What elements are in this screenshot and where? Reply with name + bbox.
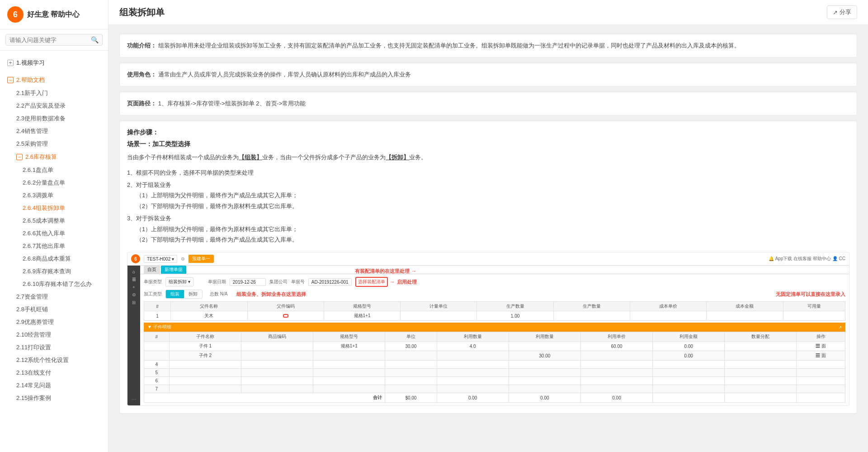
- ss-assembly-tab: 组装: [166, 290, 184, 298]
- share-icon: ↗: [833, 9, 838, 16]
- sidebar-item-new-user[interactable]: 2.1新手入门: [16, 87, 108, 100]
- ss-spacer: ⚙: [181, 257, 185, 262]
- path-block: 页面路径： 1、库存核算->库存管理->组装拆卸单 2、首页->常用功能: [119, 92, 857, 115]
- sidebar-item-2-6-4[interactable]: 2.6.4组装拆卸单: [23, 202, 108, 214]
- sidebar-item-2-9[interactable]: 2.9优惠券管理: [16, 316, 108, 328]
- ss-logo: 6: [131, 254, 140, 263]
- ss-upper-table: # 父件名称 父件编码 规格型号 计量单位 生产数量 生产数量 成本单价: [144, 301, 845, 321]
- ss-orange-bar: ▼ 子件明细 ↗: [144, 323, 845, 332]
- sidebar-item-purchase[interactable]: 2.5采购管理: [16, 138, 108, 150]
- table-row: 子件 2 30.00 0.00: [144, 351, 845, 361]
- sidebar-item-inventory[interactable]: − 2.6库存核算: [16, 150, 108, 164]
- ss-nav-tabs: 自页 新增单据: [140, 266, 849, 274]
- screenshot-topbar: 6 TEST-H002 ▾ ⚙ 预建单一 🔔 App下载 在线客服 帮助中心 👤…: [127, 252, 849, 266]
- main-content: 组装拆卸单 ↗ 分享 功能介绍： 组装拆卸单用来处理企业组装或拆卸等加工业务，支…: [108, 0, 868, 452]
- sidebar-item-2-12[interactable]: 2.12系统个性化设置: [16, 354, 108, 366]
- share-button[interactable]: ↗ 分享: [827, 5, 857, 19]
- nav-section-2-6: − 2.6库存核算 2.6.1盘点单 2.6.2分量盘点单 2.6.3调拨单 2…: [16, 150, 108, 290]
- feature-intro-label: 功能介绍：: [127, 42, 156, 49]
- step-3-1: （1）上部明细为父件明细，最终作为原材料生成其它出库单；: [136, 224, 849, 234]
- ss-date-label: 单据日期: [208, 279, 226, 285]
- ss-type-select: 组装拆卸 ▾: [165, 277, 193, 286]
- table-row: 7: [144, 385, 845, 393]
- sidebar-item-2-6-6[interactable]: 2.6.6其他入库单: [23, 227, 108, 240]
- sidebar-item-2-6-9[interactable]: 2.6.9库存账本查询: [23, 265, 108, 278]
- table-row: 4: [144, 361, 845, 369]
- sidebar-item-help-docs[interactable]: − 2.帮助文档: [0, 73, 108, 87]
- sidebar-item-2-11[interactable]: 2.11打印设置: [16, 341, 108, 354]
- ss-proc-tabs: 组装 拆卸: [165, 290, 203, 299]
- nav-section-1: + 1.视频学习: [0, 54, 108, 71]
- ss-lower-table: # 子件名称 商品编码 规格型号 单位 利用数量 利用数量 利用单价: [144, 332, 845, 403]
- search-bar: 🔍: [0, 29, 108, 51]
- role-text: 通常由生产人员或库管人员完成拆装业务的操作，库管人员确认原材料的出库和产成品的入…: [158, 71, 411, 78]
- nav-section-2: − 2.帮助文档 2.1新手入门 2.2产品安装及登录 2.3使用前数据准备 2…: [0, 71, 108, 406]
- ss-gear-icon: ⚙: [132, 292, 136, 297]
- ss-date-input: 2019-12-26: [230, 278, 266, 286]
- screenshot-body: ⌂ ☰ + ⚙ ⊞ ⋯ 自页 新增单据: [127, 266, 849, 405]
- table-row: 1 关木 规格1+1 1.00: [144, 311, 845, 321]
- ss-tab-home: 自页: [144, 266, 160, 274]
- ss-proc-label: 加工类型: [144, 291, 162, 297]
- role-block: 使用角色： 通常由生产人员或库管人员完成拆装业务的操作，库管人员确认原材料的出库…: [119, 63, 857, 86]
- ss-annotation1-label: 有装配清单的在这里处理 →: [355, 268, 416, 275]
- path-label: 页面路径：: [127, 100, 156, 107]
- table-footer-row: 合计 $0.00 0.00 0.00 0.00: [144, 393, 845, 403]
- ss-disassembly-tab: 拆卸: [184, 290, 202, 298]
- sidebar-item-video-learning[interactable]: + 1.视频学习: [0, 56, 108, 70]
- search-input[interactable]: [9, 37, 91, 43]
- sidebar-item-2-8[interactable]: 2.8手机旺铺: [16, 303, 108, 316]
- ss-form-row1: 单据类型 组装拆卸 ▾ 单据日期 2019-12-26 集团公司 单据号 AD-…: [144, 277, 845, 287]
- sidebar-item-install[interactable]: 2.2产品安装及登录: [16, 100, 108, 112]
- ss-annotation3: 组装业务、拆卸业务在这里选择: [236, 291, 306, 298]
- sidebar-item-2-6-3[interactable]: 2.6.3调拨单: [23, 189, 108, 202]
- ss-add-icon: +: [132, 285, 135, 290]
- sidebar-item-2-15[interactable]: 2.15操作案例: [16, 392, 108, 404]
- ss-tab-new: 新增单据: [161, 266, 186, 274]
- sidebar-item-2-13[interactable]: 2.13在线支付: [16, 366, 108, 379]
- step-2-1: （1）上部明细为父件明细，最终作为产成品生成其它入库单；: [136, 190, 849, 200]
- ss-org-label: 集团公司: [269, 279, 288, 285]
- sidebar-item-2-6-8[interactable]: 2.6.8商品成本重算: [23, 252, 108, 265]
- logo-text: 好生意 帮助中心: [27, 10, 80, 19]
- top-bar: 组装拆卸单 ↗ 分享: [108, 0, 868, 25]
- search-icon[interactable]: 🔍: [91, 36, 99, 43]
- nav-sub-items-2-6: 2.6.1盘点单 2.6.2分量盘点单 2.6.3调拨单 2.6.4组装拆卸单 …: [16, 164, 108, 290]
- scenario1-desc: 当由多个子件材料组装成一个成品的业务为【组装】业务，当由一个父件拆分成多个子产品…: [127, 152, 849, 162]
- search-wrap[interactable]: 🔍: [5, 34, 103, 46]
- sidebar-item-2-6-2[interactable]: 2.6.2分量盘点单: [23, 176, 108, 189]
- step-3-2: （2）下部明细为子件明细，最终作为产成品生成其它入库单。: [136, 234, 849, 245]
- ss-upper-table-area: # 父件名称 父件编码 规格型号 计量单位 生产数量 生产数量 成本单价: [144, 301, 845, 321]
- sidebar-item-2-6-1[interactable]: 2.6.1盘点单: [23, 164, 108, 176]
- table-row: 5: [144, 369, 845, 377]
- collapse-icon-2-6: −: [16, 154, 23, 160]
- step-2-2: （2）下部明细为子件明细，最终作为原材料生成其它出库单。: [136, 201, 849, 211]
- sidebar-item-2-6-7[interactable]: 2.6.7其他出库单: [23, 240, 108, 252]
- feature-intro-text: 组装拆卸单用来处理企业组装或拆卸等加工业务，支持有固定装配清单的产品加工业务，也…: [158, 42, 740, 49]
- feature-intro-block: 功能介绍： 组装拆卸单用来处理企业组装或拆卸等加工业务，支持有固定装配清单的产品…: [119, 34, 857, 57]
- sidebar-item-2-6-5[interactable]: 2.6.5成本调整单: [23, 214, 108, 227]
- ss-qty-label: 总数 N/A: [210, 291, 227, 297]
- table-row: 子件 1 规格1+1 30.00 4.0 60.00 0.00: [144, 342, 845, 351]
- logo-icon: 6: [7, 6, 24, 23]
- content-area: 功能介绍： 组装拆卸单用来处理企业组装或拆卸等加工业务，支持有固定装配清单的产品…: [108, 25, 868, 452]
- sidebar-item-2-10[interactable]: 2.10经营管理: [16, 328, 108, 341]
- expand-icon: +: [7, 60, 14, 66]
- ss-form-area: 单据类型 组装拆卸 ▾ 单据日期 2019-12-26 集团公司 单据号 AD-…: [140, 274, 849, 405]
- ss-main: 自页 新增单据 单据类型 组装拆卸 ▾ 单据日期 2019-12-2: [140, 266, 849, 405]
- scenario1-heading: 场景一：加工类型选择: [127, 140, 849, 148]
- ss-select-assembly-btn: 选择装配清单: [355, 277, 388, 287]
- sidebar-item-sales[interactable]: 2.4销售管理: [16, 125, 108, 138]
- ss-company-select: TEST-H002 ▾: [144, 255, 177, 263]
- ss-new-btn: 预建单一: [189, 255, 214, 263]
- logo-bar: 6 好生意 帮助中心: [0, 0, 108, 29]
- sidebar-item-2-7[interactable]: 2.7资金管理: [16, 290, 108, 303]
- sidebar: 6 好生意 帮助中心 🔍 + 1.视频学习 − 2.帮助文档 2.1新手入门 2…: [0, 0, 108, 452]
- ss-annotation4-area: 无固定清单可以直接在这里录入: [776, 291, 845, 298]
- nav-tree: + 1.视频学习 − 2.帮助文档 2.1新手入门 2.2产品安装及登录 2.3…: [0, 51, 108, 452]
- sidebar-item-2-6-10[interactable]: 2.6.10库存账本错了怎么办: [23, 278, 108, 290]
- operations-block: 操作步骤： 场景一：加工类型选择 当由多个子件材料组装成一个成品的业务为【组装】…: [119, 121, 857, 414]
- sidebar-item-data-prep[interactable]: 2.3使用前数据准备: [16, 112, 108, 125]
- sidebar-item-2-14[interactable]: 2.14常见问题: [16, 379, 108, 392]
- ss-annotation1-area: 有装配清单的在这里处理 → 选择装配清单 → 启用处理: [355, 277, 417, 287]
